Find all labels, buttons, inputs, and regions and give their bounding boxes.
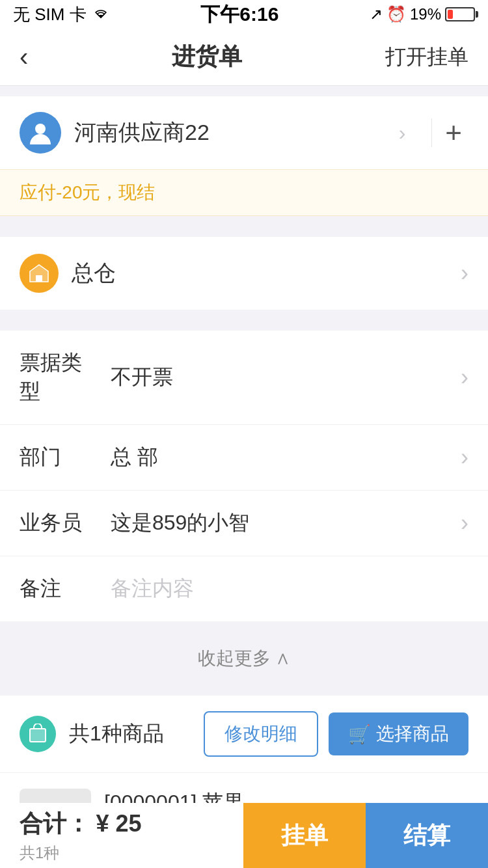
back-button[interactable]: ‹ <box>20 42 28 72</box>
svg-rect-2 <box>30 729 46 742</box>
bottom-total: 合计： ¥ 25 共1种 <box>0 808 243 863</box>
alarm-icon: ⏰ <box>386 5 406 23</box>
select-product-button[interactable]: 🛒 选择商品 <box>329 712 468 755</box>
carrier-text: 无 SIM 卡 <box>13 3 87 26</box>
wifi-icon <box>92 5 110 25</box>
warehouse-chevron-icon: › <box>461 260 468 287</box>
sales-row[interactable]: 业务员 这是859的小智 › <box>0 491 488 556</box>
products-icon-wrap <box>20 716 56 752</box>
status-bar: 无 SIM 卡 下午6:16 ↗ ⏰ 19% <box>0 0 488 29</box>
invoice-label: 票据类型 <box>20 349 98 406</box>
page-title: 进货单 <box>172 41 242 73</box>
dept-chevron-icon: › <box>461 444 468 471</box>
sales-value: 这是859的小智 <box>98 509 461 537</box>
svg-point-0 <box>35 124 46 134</box>
products-header: 共1种商品 修改明细 🛒 选择商品 <box>0 696 488 773</box>
warehouse-section: 总仓 › <box>0 237 488 310</box>
edit-detail-button[interactable]: 修改明细 <box>204 711 318 757</box>
checkout-button[interactable]: 结算 <box>366 803 488 868</box>
products-count: 共1种商品 <box>69 720 204 748</box>
hang-label: 挂单 <box>281 820 328 852</box>
warehouse-label: 总仓 <box>72 258 461 288</box>
total-label: 合计： <box>20 810 90 837</box>
status-time: 下午6:16 <box>200 1 278 28</box>
remark-row[interactable]: 备注 备注内容 <box>0 556 488 621</box>
collapse-label: 收起更多 ∧ <box>198 646 291 671</box>
invoice-row[interactable]: 票据类型 不开票 › <box>0 331 488 425</box>
supplier-name[interactable]: 河南供应商22 <box>74 118 399 148</box>
sales-label: 业务员 <box>20 509 98 537</box>
battery-percent: 19% <box>410 5 441 23</box>
nav-bar: ‹ 进货单 打开挂单 <box>0 29 488 86</box>
warehouse-icon-wrap <box>20 254 59 293</box>
vertical-divider <box>431 118 432 147</box>
bottom-bar: 合计： ¥ 25 共1种 挂单 结算 <box>0 803 488 868</box>
status-right: ↗ ⏰ 19% <box>370 5 475 23</box>
total-value: ¥ 25 <box>96 810 141 837</box>
total-count: 共1种 <box>20 843 224 863</box>
total-amount: 合计： ¥ 25 <box>20 808 224 840</box>
hang-button[interactable]: 挂单 <box>243 803 366 868</box>
supplier-avatar <box>20 112 61 154</box>
invoice-chevron-icon: › <box>461 364 468 391</box>
select-product-label: 选择商品 <box>376 722 449 746</box>
sales-chevron-icon: › <box>461 509 468 537</box>
open-pending-button[interactable]: 打开挂单 <box>385 43 468 72</box>
warehouse-row[interactable]: 总仓 › <box>0 237 488 310</box>
notice-bar: 应付-20元，现结 <box>0 169 488 216</box>
checkout-label: 结算 <box>403 820 450 852</box>
form-section: 票据类型 不开票 › 部门 总 部 › 业务员 这是859的小智 › 备注 备注… <box>0 331 488 621</box>
invoice-value: 不开票 <box>98 363 461 392</box>
dept-row[interactable]: 部门 总 部 › <box>0 425 488 491</box>
dept-value: 总 部 <box>98 443 461 472</box>
battery-icon <box>445 7 475 21</box>
status-left: 无 SIM 卡 <box>13 3 110 26</box>
dept-label: 部门 <box>20 443 98 472</box>
collapse-bar[interactable]: 收起更多 ∧ <box>0 632 488 685</box>
add-supplier-button[interactable]: + <box>439 116 468 149</box>
cart-icon: 🛒 <box>348 724 371 745</box>
supplier-row: 河南供应商22 › + <box>0 96 488 169</box>
supplier-chevron-icon: › <box>399 121 406 145</box>
svg-rect-1 <box>36 275 42 282</box>
supplier-section: 河南供应商22 › + 应付-20元，现结 <box>0 96 488 216</box>
remark-label: 备注 <box>20 575 98 603</box>
location-icon: ↗ <box>370 5 383 23</box>
remark-input[interactable]: 备注内容 <box>98 575 468 603</box>
